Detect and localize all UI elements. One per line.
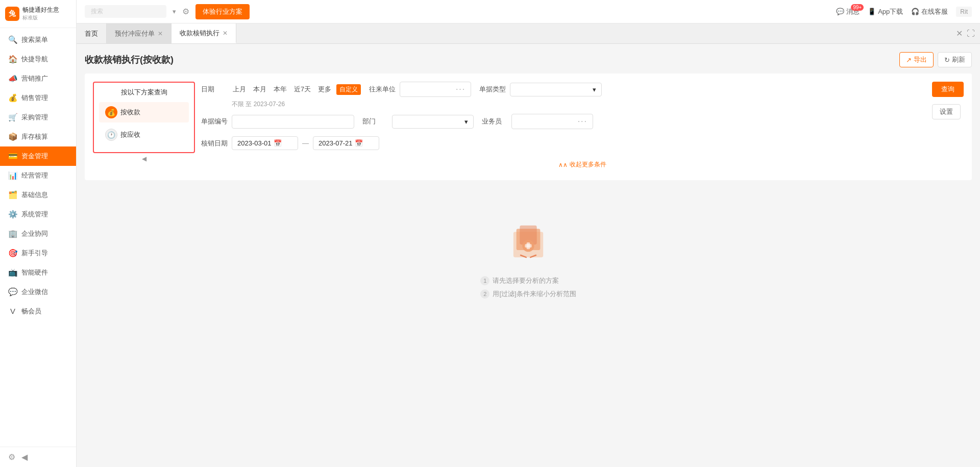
sidebar-icon-marketing: 📣 [8,74,17,83]
verify-date-start-input[interactable]: 2023-03-01 📅 [232,136,298,150]
filter-left-panel: 按以下方案查询 💰按收款🕐按应收 ◀ [93,82,195,172]
sidebar-item-inventory[interactable]: 📦库存核算 [0,127,76,146]
sidebar-icon-inventory: 📦 [8,132,17,141]
query-btn[interactable]: 查询 [932,82,964,97]
filter-option-by-receivable[interactable]: 🕐按应收 [99,125,189,145]
tab-actions: ✕ ⛶ [951,23,980,43]
topbar-search[interactable]: 搜索 [85,5,166,18]
refresh-btn[interactable]: ↻ 刷新 [938,52,972,67]
filter-option-by-receipt[interactable]: 💰按收款 [99,102,189,122]
date-field: 日期 上月 本月 本年 近7天 更多 自定义 [201,84,361,95]
staff-select[interactable]: ··· [511,114,593,129]
sidebar-icon-search-menu: 🔍 [8,35,17,44]
date-this-year[interactable]: 本年 [272,84,289,95]
doc-type-field: 单据类型 ▾ [479,83,602,96]
sidebar-item-quick-nav[interactable]: 🏠快捷导航 [0,50,76,69]
export-btn[interactable]: ↗ 导出 [899,52,934,67]
partner-dots-icon[interactable]: ··· [456,85,465,94]
sidebar-item-member[interactable]: V畅会员 [0,302,76,321]
user-menu[interactable]: Rit [956,7,972,17]
tab-home[interactable]: 首页 [77,23,107,43]
date-quick-btns: 上月 本月 本年 近7天 更多 自定义 [231,84,361,95]
logo: 兔 畅捷通好生意 标准版 [0,0,76,28]
sidebar-icon-basic-info: 🗂️ [8,190,17,200]
date-last-7[interactable]: 近7天 [292,84,313,95]
filter-option-icon-by-receipt: 💰 [105,106,117,118]
sidebar-label-basic-info: 基础信息 [21,190,48,200]
filter-row-2: 单据编号 部门 ▾ 业务员 [201,114,926,129]
sidebar-icon-weixin: 💬 [8,287,17,297]
filter-row-1: 日期 上月 本月 本年 近7天 更多 自定义 [201,82,926,97]
partner-input[interactable]: ··· [400,82,471,97]
filter-options: 💰按收款🕐按应收 [99,102,189,145]
filter-form: 日期 上月 本月 本年 近7天 更多 自定义 [201,82,964,172]
filter-row-3: 核销日期 2023-03-01 📅 — 2023-07-21 [201,136,926,150]
sidebar-item-operation[interactable]: 📊经营管理 [0,166,76,185]
collapse-icon: ∧∧ [558,161,568,168]
sidebar-icon-quick-nav: 🏠 [8,55,17,64]
doc-type-select[interactable]: ▾ [510,83,602,96]
settings-icon[interactable]: ⚙ [8,452,15,462]
sidebar-item-purchase[interactable]: 🛒采购管理 [0,108,76,127]
tab-receipt-verify[interactable]: 收款核销执行✕ [172,23,236,43]
sidebar-item-guide[interactable]: 🎯新手引导 [0,243,76,263]
sidebar-label-weixin: 企业微信 [21,287,48,297]
page-actions: ↗ 导出 ↻ 刷新 [899,52,972,67]
online-service-btn[interactable]: 🎧 在线客服 [911,7,948,16]
staff-dots-icon[interactable]: ··· [578,117,587,126]
sidebar-label-inventory: 库存核算 [21,132,48,141]
sidebar-icon-smart-hw: 📺 [8,268,17,277]
sidebar-bottom: ⚙ ◀ [0,447,76,467]
sidebar-item-sales[interactable]: 💰销售管理 [0,88,76,108]
verify-date-end-input[interactable]: 2023-07-21 📅 [313,136,379,150]
sidebar-item-search-menu[interactable]: 🔍搜索菜单 [0,30,76,50]
sidebar-icon-guide: 🎯 [8,249,17,258]
dept-select[interactable]: ▾ [392,115,474,129]
sidebar-label-smart-hw: 智能硬件 [21,268,48,277]
sidebar-item-weixin[interactable]: 💬企业微信 [0,282,76,302]
topbar-arrow-icon[interactable]: ▾ [173,8,176,15]
topbar-gear-icon[interactable]: ⚙ [182,7,189,16]
tab-prepay[interactable]: 预付冲应付单✕ [107,23,172,43]
sidebar-item-smart-hw[interactable]: 📺智能硬件 [0,263,76,282]
sidebar-item-enterprise[interactable]: 🏢企业协同 [0,224,76,243]
date-label: 日期 [201,85,227,94]
sidebar-item-basic-info[interactable]: 🗂️基础信息 [0,185,76,205]
calendar-end-icon[interactable]: 📅 [355,139,363,147]
page-title: 收款核销执行(按收款) [85,54,174,66]
app-download-btn[interactable]: 📱 App下载 [868,7,903,16]
industry-btn[interactable]: 体验行业方案 [195,4,250,19]
filter-collapse-arrow[interactable]: ◀ [93,155,195,162]
svg-rect-5 [527,242,530,249]
sidebar-icon-finance: 💳 [8,152,17,161]
date-custom[interactable]: 自定义 [336,84,361,95]
expand-tab-icon[interactable]: ⛶ [967,29,975,38]
sidebar-item-marketing[interactable]: 📣营销推广 [0,69,76,88]
sidebar-label-marketing: 营销推广 [21,74,48,83]
doc-no-input[interactable] [232,115,354,129]
main-area: 搜索 ▾ ⚙ 体验行业方案 💬 消息 99+ 📱 App下载 🎧 在线客服 Ri… [77,0,980,467]
tab-close-receipt-verify[interactable]: ✕ [223,30,228,37]
collapse-more-btn[interactable]: ∧∧ 收起更多条件 [201,157,964,172]
filter-panel-title: 按以下方案查询 [99,88,189,97]
tab-label-home: 首页 [85,29,98,38]
sidebar-label-operation: 经营管理 [21,171,48,180]
date-this-month[interactable]: 本月 [251,84,268,95]
tab-close-prepay[interactable]: ✕ [158,30,163,37]
staff-field: 业务员 ··· [482,114,593,129]
empty-illustration [503,217,554,268]
logo-icon: 兔 [5,7,19,21]
doc-no-label: 单据编号 [201,117,228,126]
sidebar-item-system[interactable]: ⚙️系统管理 [0,205,76,224]
close-tab-icon[interactable]: ✕ [956,29,963,38]
sidebar-item-finance[interactable]: 💳资金管理 [0,146,76,166]
dept-label: 部门 [362,117,388,126]
collapse-sidebar-icon[interactable]: ◀ [21,452,28,462]
message-btn[interactable]: 💬 消息 99+ [836,7,860,16]
settings-btn[interactable]: 设置 [932,104,961,119]
date-last-month[interactable]: 上月 [231,84,248,95]
date-more[interactable]: 更多 [316,84,333,95]
calendar-start-icon[interactable]: 📅 [274,139,282,147]
dept-chevron-icon: ▾ [464,118,468,126]
verify-date-range: 2023-03-01 📅 — 2023-07-21 📅 [232,136,379,150]
